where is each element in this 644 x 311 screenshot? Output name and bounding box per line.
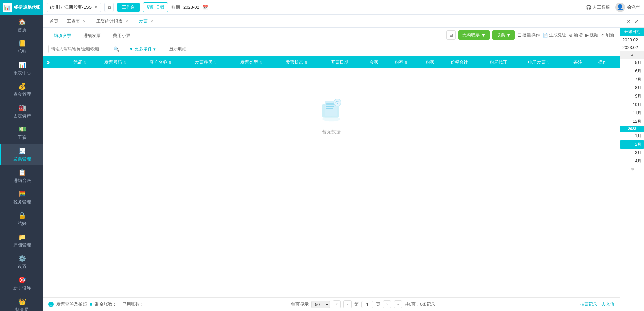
sidebar-item-settings[interactable]: ⚙️ 设置: [0, 251, 43, 273]
month-item-2023-2[interactable]: 2月: [620, 140, 644, 149]
month-item-2023-1[interactable]: 1月: [620, 132, 644, 140]
maximize-button[interactable]: ⤢: [633, 18, 640, 25]
grid-icon: ⊞: [449, 33, 453, 38]
th-tax-code: 税局代开: [486, 56, 525, 68]
th-checkbox[interactable]: ☐: [56, 56, 70, 68]
copy-button[interactable]: ⧉: [104, 3, 114, 12]
last-page-button[interactable]: »: [394, 300, 402, 308]
month-item-11[interactable]: 11月: [620, 109, 644, 117]
tab-invoice[interactable]: 发票 ✕: [135, 15, 158, 27]
sidebar-item-invoice[interactable]: 🧾 发票管理: [0, 144, 43, 165]
guide-icon: 🎯: [18, 276, 26, 284]
company-name: (勿删）江西股宝-LSS: [50, 4, 92, 10]
search-input[interactable]: [51, 47, 111, 51]
period-row-1[interactable]: 2023.02: [620, 36, 644, 44]
sidebar-item-assets[interactable]: 🏭 固定资产: [0, 101, 43, 122]
no-match-button[interactable]: 无勾取票 ▼: [458, 30, 490, 40]
recharge-link[interactable]: 去充值: [601, 301, 614, 307]
per-page-select[interactable]: 50 100 200: [311, 301, 330, 308]
month-item-6[interactable]: 6月: [620, 67, 644, 75]
company-selector[interactable]: (勿删）江西股宝-LSS ▼: [47, 3, 101, 12]
dropdown-arrow-icon: ▼: [506, 33, 511, 38]
photo-records-link[interactable]: 拍票记录: [580, 301, 597, 307]
show-detail-checkbox[interactable]: 显示明细: [163, 46, 187, 52]
user-name: 徐涤华: [627, 4, 640, 10]
take-ticket-button[interactable]: 取票 ▼: [492, 30, 515, 40]
tab-close-icon[interactable]: ✕: [150, 19, 154, 24]
sidebar-item-home[interactable]: 🏠 首页: [0, 15, 43, 36]
sidebar-item-ledger[interactable]: 📒 总账: [0, 36, 43, 58]
sidebar-item-sales[interactable]: 📋 进销台账: [0, 165, 43, 187]
th-invoice-status: 发票状态 ⇅: [282, 56, 328, 68]
filter-bar: 🔍 ▼ 更多条件 ▾ 显示明细: [43, 42, 620, 56]
sub-tab-purchase-invoice[interactable]: 进项发票: [78, 31, 106, 41]
prev-page-button[interactable]: ‹: [343, 300, 352, 308]
month-item-12[interactable]: 12月: [620, 117, 644, 126]
sidebar-item-label: 工资: [18, 134, 27, 141]
sidebar-item-archive[interactable]: 📁 归档管理: [0, 230, 43, 251]
tab-close-icon[interactable]: ✕: [125, 19, 129, 24]
tab-close-icon[interactable]: ✕: [82, 19, 86, 24]
month-item-2023-3[interactable]: 3月: [620, 149, 644, 157]
sidebar-item-guide[interactable]: 🎯 新手引导: [0, 273, 43, 295]
month-item-9[interactable]: 9月: [620, 92, 644, 101]
th-invoice-no: 发票号码 ⇅: [101, 56, 146, 68]
page-input[interactable]: [361, 301, 373, 308]
batch-icon: ☰: [517, 33, 521, 38]
period-value: 2023-02: [183, 5, 199, 10]
sidebar-item-funds[interactable]: 💰 资金管理: [0, 79, 43, 101]
grid-view-button[interactable]: ⊞: [446, 30, 456, 40]
month-item-10[interactable]: 10月: [620, 101, 644, 109]
sidebar-item-tax[interactable]: 🧮 税务管理: [0, 187, 43, 208]
month-item-scroll-down[interactable]: ⊕: [620, 165, 644, 173]
sort-icon: ⇅: [214, 61, 217, 64]
first-page-button[interactable]: «: [333, 300, 341, 308]
sidebar-item-payroll[interactable]: 💵 工资: [0, 122, 43, 144]
th-date: 开票日期: [328, 56, 367, 68]
customer-service-button[interactable]: 🎧 人工客服: [586, 4, 610, 10]
new-button[interactable]: ⊕ 新增: [569, 32, 583, 38]
old-version-button[interactable]: 切到旧版: [143, 2, 168, 12]
period-label: 账期: [171, 4, 180, 10]
pagination: 每页显示 50 100 200 « ‹ 第 页 › » 共0页，0条记录: [291, 300, 435, 308]
month-item-5[interactable]: 5月: [620, 59, 644, 67]
next-page-button[interactable]: ›: [383, 300, 391, 308]
minimize-button[interactable]: ✕: [625, 18, 632, 25]
refresh-button[interactable]: ↻ 刷新: [601, 32, 614, 38]
open-period-button[interactable]: 开账日期: [620, 28, 644, 36]
footer-links: 拍票记录 去充值: [580, 301, 614, 307]
th-customer: 客户名称 ⇅: [146, 56, 192, 68]
period-value-2: 2023.02: [622, 45, 638, 50]
sub-tab-bar: 销项发票 进项发票 费用小票 ⊞ 无勾取票 ▼: [43, 28, 620, 42]
th-tax-total: 价税合计: [447, 56, 486, 68]
sidebar-item-reports[interactable]: 📊 报表中心: [0, 58, 43, 79]
year-section-2022: ▲: [620, 51, 644, 59]
month-item-8[interactable]: 8月: [620, 84, 644, 92]
sub-tab-sales-invoice[interactable]: 销项发票: [48, 31, 77, 41]
month-item-2023-4[interactable]: 4月: [620, 157, 644, 165]
search-icon[interactable]: 🔍: [113, 46, 119, 52]
ledger-icon: 📒: [18, 40, 26, 47]
generate-cert-button[interactable]: 📄 生成凭证: [543, 32, 566, 38]
tab-payroll-table[interactable]: 工资表 ✕: [62, 15, 91, 27]
cert-icon: 📄: [543, 33, 548, 38]
data-table: ⚙ ☐ 凭证 ⇅: [43, 56, 620, 162]
sidebar-item-close[interactable]: 🔒 结账: [0, 208, 43, 230]
period-calendar-icon[interactable]: 📅: [203, 5, 208, 10]
user-info[interactable]: 👤 徐涤华: [615, 3, 640, 12]
th-e-invoice: 电子发票 ⇅: [525, 56, 570, 68]
sub-tab-expense-receipt[interactable]: 费用小票: [107, 31, 136, 41]
more-filter-button[interactable]: ▼ 更多条件 ▾: [126, 45, 158, 53]
video-button[interactable]: ▶ 视频: [585, 32, 598, 38]
tab-home[interactable]: 首页: [47, 16, 61, 26]
logo-text: 畅捷通易代账: [14, 4, 40, 10]
year-section-2023: 2023: [620, 126, 644, 132]
month-item-7[interactable]: 7月: [620, 75, 644, 84]
batch-op-button[interactable]: ☰ 批量操作: [517, 32, 540, 38]
tab-payroll-stats[interactable]: 工资统计报表 ✕: [92, 15, 133, 27]
workspace-button[interactable]: 工作台: [117, 3, 140, 12]
period-row-2[interactable]: 2023.02: [620, 44, 644, 51]
th-remark: 备注: [570, 56, 595, 68]
sidebar-item-member[interactable]: 👑 畅会员: [0, 295, 43, 311]
sort-icon: ⇅: [169, 61, 171, 64]
